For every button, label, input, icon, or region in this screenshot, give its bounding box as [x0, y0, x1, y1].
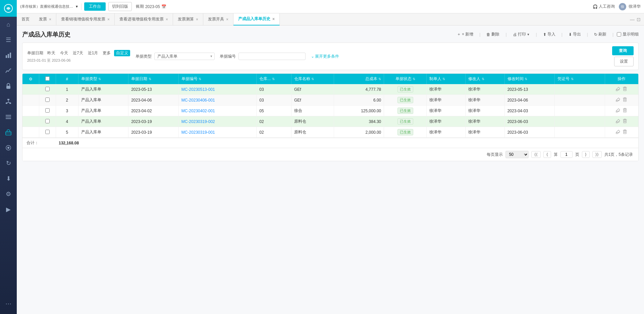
row-checkbox-1[interactable] [45, 98, 50, 102]
tab-invoice[interactable]: 发票 × [34, 13, 56, 25]
tab-maximize-icon[interactable]: ⊡ [637, 17, 641, 22]
tab-check-purchase-vat[interactable]: 查看进项增值税专用发票 × [115, 13, 173, 25]
th-modifier[interactable]: 修改人 ⇅ [466, 74, 504, 84]
th-code[interactable]: 单据编号 ⇅ [178, 74, 257, 84]
th-creator[interactable]: 制单人 ⇅ [427, 74, 466, 84]
row-code-0[interactable]: MC-20230513-001 [178, 84, 257, 95]
row-code-link-2[interactable]: MC-20230402-001 [181, 109, 215, 113]
tab-check-purchase-close[interactable]: × [166, 17, 168, 22]
set-button[interactable]: 设置 [614, 57, 634, 66]
date-option-7days[interactable]: 近7天 [71, 50, 85, 56]
expand-filter-button[interactable]: ⌄ 展开更多条件 [311, 54, 339, 59]
company-selector[interactable]: (库存核算）直播轻视通信息技术股份... ▼ [20, 4, 78, 9]
row-delete-icon-3[interactable] [623, 119, 627, 124]
export-button[interactable]: ⬇ 导出 [566, 30, 584, 39]
th-cost[interactable]: 总成本 ⇅ [334, 74, 384, 84]
row-checkbox-cell-2[interactable] [39, 106, 56, 116]
row-code-link-3[interactable]: MC-20230319-002 [181, 119, 215, 124]
import-button[interactable]: ⬆ 导入 [540, 30, 558, 39]
sidebar-item-refresh[interactable]: ↻ [0, 155, 17, 171]
row-code-link-4[interactable]: MC-20230319-001 [181, 130, 215, 135]
tab-home[interactable]: 首页 [17, 13, 34, 25]
sidebar-item-more[interactable]: ⋯ [0, 296, 17, 311]
th-warehouse-name[interactable]: 仓库名称 ⇅ [291, 74, 334, 84]
date-option-more[interactable]: 更多 [101, 50, 112, 56]
show-detail-checkbox[interactable] [617, 32, 621, 37]
th-modify-time[interactable]: 修改时间 ⇅ [504, 74, 555, 84]
row-checkbox-2[interactable] [45, 108, 50, 113]
row-code-1[interactable]: MC-20230406-001 [178, 95, 257, 106]
date-option-custom[interactable]: 自定义 [114, 50, 130, 56]
row-edit-icon-2[interactable] [616, 108, 621, 114]
th-check[interactable] [39, 74, 56, 84]
th-voucher[interactable]: 凭证号 ⇅ [555, 74, 605, 84]
row-checkbox-cell-3[interactable] [39, 116, 56, 127]
tab-product-instock[interactable]: 产成品入库单历史 × [233, 13, 280, 25]
row-code-4[interactable]: MC-20230319-001 [178, 127, 257, 138]
page-input[interactable] [560, 151, 573, 158]
date-option-yesterday[interactable]: 昨天 [46, 50, 57, 56]
code-input[interactable] [238, 53, 306, 60]
sidebar-item-settings[interactable]: ⚙ [0, 186, 17, 202]
th-warehouse-no[interactable]: 仓库... ⇅ [257, 74, 291, 84]
user-info[interactable]: 徐 徐泽华 [619, 3, 641, 10]
select-all-checkbox[interactable] [45, 76, 50, 81]
sidebar-item-org[interactable] [0, 94, 17, 109]
row-delete-icon-4[interactable] [623, 129, 627, 135]
th-date[interactable]: 单据日期 ⇅ [128, 74, 179, 84]
show-detail-checkbox-label[interactable]: 显示明细 [617, 32, 639, 37]
tab-check-sales-vat[interactable]: 查看销项增值税专用发票 × [56, 13, 115, 25]
tab-product-instock-close[interactable]: × [272, 17, 275, 21]
row-code-link-0[interactable]: MC-20230513-001 [181, 87, 215, 92]
query-button[interactable]: 查询 [612, 46, 634, 55]
th-settings[interactable]: ⚙ [22, 74, 39, 84]
row-delete-icon-1[interactable] [623, 97, 627, 103]
type-select[interactable]: 产品入库单 [154, 53, 215, 60]
tab-minimize-icon[interactable]: — [630, 17, 635, 22]
th-type[interactable]: 单据类型 ⇅ [78, 74, 128, 84]
service-button[interactable]: 🎧 人工咨询 [593, 4, 615, 9]
row-code-2[interactable]: MC-20230402-001 [178, 106, 257, 116]
row-edit-icon-4[interactable] [616, 129, 621, 135]
sidebar-item-docs[interactable]: ☰ [0, 32, 17, 48]
sidebar-item-stamp[interactable] [0, 140, 17, 155]
tab-invoice-calc-close[interactable]: × [196, 17, 198, 22]
sidebar-item-list[interactable] [0, 109, 17, 125]
sidebar-item-video[interactable]: ▶ [0, 202, 17, 217]
row-checkbox-3[interactable] [45, 119, 50, 123]
tab-invoice-open-close[interactable]: × [226, 17, 228, 22]
row-code-link-1[interactable]: MC-20230406-001 [181, 98, 215, 103]
row-delete-icon-2[interactable] [623, 108, 627, 114]
page-prev-button[interactable]: ⟨ [543, 151, 551, 158]
period-calendar-icon[interactable]: 📅 [161, 4, 166, 9]
row-code-3[interactable]: MC-20230319-002 [178, 116, 257, 127]
page-size-select[interactable]: 20 50 100 200 [505, 151, 529, 158]
tab-check-sales-close[interactable]: × [107, 17, 110, 22]
tab-invoice-close[interactable]: × [49, 17, 51, 22]
row-checkbox-cell-4[interactable] [39, 127, 56, 138]
new-button[interactable]: ＋ + 新增 [454, 30, 476, 39]
row-checkbox-cell-1[interactable] [39, 95, 56, 106]
row-delete-icon-0[interactable] [623, 86, 627, 92]
row-edit-icon-1[interactable] [616, 97, 621, 103]
row-checkbox-cell-0[interactable] [39, 84, 56, 95]
row-edit-icon-3[interactable] [616, 119, 621, 124]
th-status[interactable]: 单据状态 ⇅ [384, 74, 427, 84]
print-button[interactable]: 🖨 打印 ▼ [510, 30, 533, 39]
workbench-button[interactable]: 工作台 [84, 2, 106, 11]
sidebar-item-download[interactable]: ⬇ [0, 171, 17, 186]
row-checkbox-4[interactable] [45, 130, 50, 134]
sidebar-item-home[interactable]: ⌂ [0, 17, 17, 32]
date-option-today[interactable]: 今天 [59, 50, 69, 56]
page-next-button[interactable]: ⟩ [582, 151, 590, 158]
tab-invoice-calc[interactable]: 发票测算 × [173, 13, 203, 25]
delete-button[interactable]: 🗑 删除 [484, 30, 502, 39]
row-edit-icon-0[interactable] [616, 86, 621, 92]
refresh-button[interactable]: ↻ 刷新 [591, 30, 609, 39]
switch-version-button[interactable]: 切到旧版 [108, 2, 132, 11]
page-last-button[interactable]: ⟩⟩ [592, 151, 602, 158]
date-option-1month[interactable]: 近1月 [87, 50, 100, 56]
page-first-button[interactable]: ⟨⟨ [531, 151, 541, 158]
tab-invoice-open[interactable]: 发票开具 × [203, 13, 233, 25]
row-checkbox-0[interactable] [45, 87, 50, 91]
